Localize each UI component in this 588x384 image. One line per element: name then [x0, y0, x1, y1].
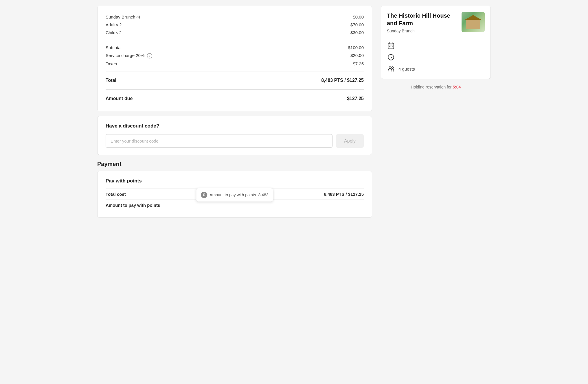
amount-due-label: Amount due	[106, 96, 133, 101]
holding-timer: 5:04	[453, 85, 461, 89]
venue-image	[462, 12, 485, 32]
line-items-section: Sunday Brunch×4 $0.00 Adult× 2 $70.00 Ch…	[106, 13, 364, 36]
amount-due-row: Amount due $127.25	[106, 93, 364, 104]
amount-due-value: $127.25	[347, 96, 364, 101]
svg-point-8	[389, 67, 391, 69]
subtotal-row: Subtotal $100.00	[106, 44, 364, 51]
amount-to-pay-row: Amount to pay with points $ Amount to pa…	[106, 200, 364, 211]
total-cost-label: Total cost	[106, 192, 126, 197]
line-item: Sunday Brunch×4 $0.00	[106, 13, 364, 21]
total-label: Total	[106, 78, 116, 83]
pay-with-points-heading: Pay with points	[106, 178, 364, 184]
venue-name: The Historic Hill House and Farm	[387, 12, 462, 27]
date-row	[387, 42, 485, 50]
tooltip-value: 8,483	[258, 193, 269, 197]
guests-label: 4 guests	[398, 67, 415, 71]
guests-icon	[387, 65, 395, 73]
svg-point-9	[392, 67, 394, 69]
item-label: Adult× 2	[106, 22, 122, 27]
subtotal-section: Subtotal $100.00 Service charge 20% i $2…	[106, 44, 364, 68]
total-cost-value: 8,483 PTS / $127.25	[324, 192, 364, 197]
subtotal-label: Subtotal	[106, 45, 122, 50]
venue-info: The Historic Hill House and Farm Sunday …	[387, 12, 462, 33]
service-charge-label: Service charge 20% i	[106, 53, 152, 58]
event-type: Sunday Brunch	[387, 29, 462, 33]
payment-heading: Payment	[97, 161, 372, 167]
item-price: $0.00	[353, 14, 364, 19]
line-item: Adult× 2 $70.00	[106, 21, 364, 29]
payment-section: Payment Pay with points Total cost 8,483…	[97, 161, 372, 218]
divider	[106, 40, 364, 40]
svg-rect-6	[392, 46, 392, 47]
guests-row: 4 guests	[387, 65, 485, 73]
discount-row: Apply	[106, 134, 364, 148]
item-label: Child× 2	[106, 30, 122, 35]
total-value: 8,483 PTS / $127.25	[321, 78, 364, 83]
svg-rect-0	[388, 43, 394, 49]
time-row	[387, 53, 485, 61]
payment-card: Pay with points Total cost 8,483 PTS / $…	[97, 171, 372, 218]
clock-icon	[387, 53, 395, 61]
discount-code-input[interactable]	[106, 134, 332, 148]
item-label: Sunday Brunch×4	[106, 14, 140, 19]
item-price: $70.00	[350, 22, 364, 27]
line-item: Child× 2 $30.00	[106, 29, 364, 36]
info-icon[interactable]: i	[147, 53, 152, 58]
right-column: The Historic Hill House and Farm Sunday …	[381, 6, 491, 89]
amount-to-pay-label: Amount to pay with points	[106, 203, 160, 208]
order-summary-card: Sunday Brunch×4 $0.00 Adult× 2 $70.00 Ch…	[97, 6, 372, 111]
venue-card: The Historic Hill House and Farm Sunday …	[381, 6, 491, 79]
coin-icon: $	[201, 192, 207, 198]
service-charge-row: Service charge 20% i $20.00	[106, 51, 364, 60]
taxes-row: Taxes $7.25	[106, 60, 364, 68]
svg-rect-4	[389, 46, 390, 47]
calendar-icon	[387, 42, 395, 50]
discount-title: Have a discount code?	[106, 123, 364, 129]
taxes-value: $7.25	[353, 61, 364, 66]
venue-details: 4 guests	[387, 42, 485, 73]
service-charge-value: $20.00	[350, 53, 364, 58]
divider	[106, 89, 364, 90]
holding-reservation-text: Holding reservation for 5:04	[381, 85, 491, 89]
total-row: Total 8,483 PTS / $127.25	[106, 75, 364, 86]
discount-card: Have a discount code? Apply	[97, 116, 372, 155]
subtotal-value: $100.00	[348, 45, 364, 50]
taxes-label: Taxes	[106, 61, 117, 66]
venue-header: The Historic Hill House and Farm Sunday …	[387, 12, 485, 38]
amount-tooltip: $ Amount to pay with points 8,483	[196, 188, 273, 202]
apply-discount-button[interactable]: Apply	[336, 134, 364, 148]
svg-rect-5	[391, 46, 391, 47]
divider	[106, 71, 364, 71]
item-price: $30.00	[350, 30, 364, 35]
tooltip-label: Amount to pay with points	[210, 193, 256, 197]
